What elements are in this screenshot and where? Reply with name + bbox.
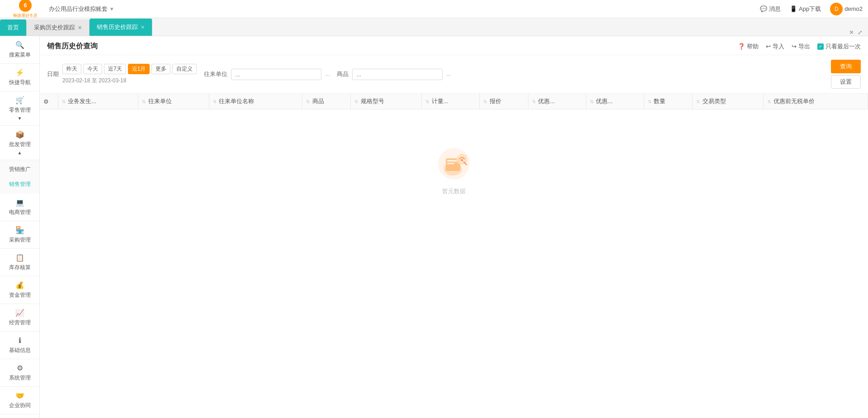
sidebar-item-system[interactable]: ⚙ 系统管理	[0, 359, 39, 387]
goods-dots[interactable]: ...	[446, 71, 451, 77]
empty-illustration	[436, 146, 472, 182]
th-qty[interactable]: ⇅ 数量	[644, 94, 692, 109]
sidebar-item-inventory[interactable]: 📋 库存核算	[0, 249, 39, 276]
download-icon: 📱	[790, 5, 797, 12]
page-content: 销售历史价查询 ❓ 帮助 ↩ 导入 ↪ 导出 ✓ 只看最后一次	[40, 36, 868, 418]
sort-arrows-trade-type: ⇅	[696, 99, 700, 104]
sort-arrows-client-code: ⇅	[142, 99, 146, 104]
th-client-code[interactable]: ⇅ 往来单位	[138, 94, 209, 109]
finance-icon: 💰	[15, 281, 24, 290]
logo-area: 6 畅捷通好生意	[5, 0, 45, 19]
page-actions: ❓ 帮助 ↩ 导入 ↪ 导出 ✓ 只看最后一次	[738, 43, 861, 51]
setting-button[interactable]: 设置	[831, 75, 861, 89]
th-client-name[interactable]: ⇅ 往来单位名称	[209, 94, 302, 109]
date-quick-btns: 昨天 今天 近7天 近1月 更多 自定义	[62, 64, 197, 74]
svg-rect-4	[447, 163, 454, 164]
wholesale-arrow-icon: ▲	[18, 150, 22, 155]
data-table: ⚙ ⇅ 业务发生... ⇅ 往来单位 ⇅ 往来单位名称	[40, 94, 868, 109]
sort-arrows-discount1: ⇅	[532, 99, 536, 104]
th-price[interactable]: ⇅ 报价	[480, 94, 528, 109]
th-settings[interactable]: ⚙	[40, 94, 58, 109]
app-download-btn[interactable]: 📱 App下载	[790, 5, 821, 13]
column-settings-icon[interactable]: ⚙	[43, 98, 49, 105]
sort-arrows-notax-price: ⇅	[767, 99, 771, 104]
sort-arrows-qty: ⇅	[648, 99, 651, 104]
sort-arrows-goods: ⇅	[306, 99, 310, 104]
dropdown-icon[interactable]: ▾	[110, 5, 113, 12]
help-icon: ❓	[738, 43, 745, 50]
quicknav-icon: ⚡	[15, 68, 24, 77]
btn-1month[interactable]: 近1月	[128, 64, 150, 74]
sidebar-item-corp[interactable]: 🤝 企业协同	[0, 387, 39, 414]
sidebar-item-operations[interactable]: 📈 经营管理	[0, 304, 39, 332]
user-avatar-btn[interactable]: D demo2	[830, 3, 863, 15]
th-unit[interactable]: ⇅ 计量...	[422, 94, 480, 109]
btn-7days[interactable]: 近7天	[104, 64, 126, 74]
export-btn[interactable]: ↪ 导出	[792, 43, 810, 51]
search-button[interactable]: 查询	[831, 60, 861, 73]
sidebar-item-quicknav[interactable]: ⚡ 快捷导航	[0, 64, 39, 91]
svg-rect-3	[447, 160, 457, 162]
top-header: 6 畅捷通好生意 办公用品行业模拟账套 ▾ 💬 消息 📱 App下载 D dem…	[0, 0, 868, 18]
client-input[interactable]	[231, 69, 321, 80]
sidebar-item-finance[interactable]: 💰 资金管理	[0, 276, 39, 304]
sidebar-item-wholesale[interactable]: 📦 批发管理 ▲	[0, 126, 39, 160]
logo-icon: 6	[19, 0, 32, 12]
sidebar-item-ecom[interactable]: 💻 电商管理	[0, 194, 39, 221]
goods-label: 商品	[337, 70, 349, 78]
purchase-icon: 🏪	[15, 226, 24, 234]
message-btn[interactable]: 💬 消息	[760, 5, 781, 13]
goods-input[interactable]	[352, 69, 443, 80]
close-tab-sales[interactable]: ✕	[141, 24, 145, 30]
retail-icon: 🛒	[15, 96, 24, 104]
th-notax-price[interactable]: ⇅ 优惠前无税单价	[764, 94, 868, 109]
btn-custom[interactable]: 自定义	[172, 64, 197, 74]
message-icon: 💬	[760, 5, 767, 12]
close-all-tabs-icon[interactable]: ✕	[849, 29, 854, 36]
sidebar-item-retail[interactable]: 🛒 零售管理 ▼	[0, 91, 39, 126]
sidebar-item-search[interactable]: 🔍 搜索菜单	[0, 36, 39, 64]
import-btn[interactable]: ↩ 导入	[766, 43, 784, 51]
logo-subtext: 畅捷通好生意	[13, 13, 38, 19]
page-title: 销售历史价查询	[47, 42, 98, 51]
sort-arrows-discount2: ⇅	[590, 99, 594, 104]
btn-yesterday[interactable]: 昨天	[62, 64, 81, 74]
th-goods[interactable]: ⇅ 商品	[302, 94, 350, 109]
th-discount1[interactable]: ⇅ 优惠...	[528, 94, 586, 109]
sidebar-item-basic[interactable]: ℹ 基础信息	[0, 332, 39, 359]
retail-arrow-icon: ▼	[18, 116, 22, 121]
empty-text: 暂元数据	[442, 187, 466, 195]
client-dots[interactable]: ...	[325, 71, 330, 77]
sidebar-item-sales[interactable]: 销售管理	[0, 177, 39, 192]
th-spec[interactable]: ⇅ 规格型号	[351, 94, 422, 109]
expand-icon[interactable]: ⤢	[858, 29, 863, 36]
client-label: 往来单位	[204, 70, 227, 78]
only-last-checkbox[interactable]: ✓ 只看最后一次	[817, 43, 861, 51]
date-range: 2023-02-18 至 2023-03-18	[62, 77, 197, 85]
tab-sales-history[interactable]: 销售历史价跟踪 ✕	[90, 19, 152, 36]
tab-bar-actions: ✕ ⤢	[849, 29, 868, 36]
sidebar-item-marketing[interactable]: 营销推广	[0, 162, 39, 177]
tab-purchase-history[interactable]: 采购历史价跟踪 ✕	[27, 19, 90, 36]
table-container: ⚙ ⇅ 业务发生... ⇅ 往来单位 ⇅ 往来单位名称	[40, 94, 868, 418]
sidebar-item-purchase[interactable]: 🏪 采购管理	[0, 221, 39, 249]
date-filter-col: 昨天 今天 近7天 近1月 更多 自定义 2023-02-18 至 2023-0…	[62, 64, 197, 85]
th-discount2[interactable]: ⇅ 优惠...	[586, 94, 644, 109]
help-btn[interactable]: ❓ 帮助	[738, 43, 759, 51]
main-layout: 🔍 搜索菜单 ⚡ 快捷导航 🛒 零售管理 ▼ 📦 批发管理 ▲ 营销推广 销售管…	[0, 36, 868, 418]
close-tab-purchase[interactable]: ✕	[78, 25, 82, 31]
sort-arrows-client-name: ⇅	[213, 99, 217, 104]
th-trade-type[interactable]: ⇅ 交易类型	[693, 94, 764, 109]
svg-point-6	[461, 159, 463, 161]
btn-more[interactable]: 更多	[151, 64, 170, 74]
table-header-row: ⚙ ⇅ 业务发生... ⇅ 往来单位 ⇅ 往来单位名称	[40, 94, 868, 109]
basic-icon: ℹ	[19, 336, 21, 345]
btn-today[interactable]: 今天	[83, 64, 102, 74]
client-filter-group: 往来单位 ...	[204, 69, 330, 80]
import-icon: ↩	[766, 43, 771, 50]
sidebar-item-guide[interactable]: 🎯 新手引导	[0, 414, 39, 418]
th-biz-date[interactable]: ⇅ 业务发生...	[58, 94, 138, 109]
avatar: D	[830, 3, 843, 15]
date-label: 日期	[47, 70, 59, 78]
tab-home[interactable]: 首页	[0, 19, 27, 36]
